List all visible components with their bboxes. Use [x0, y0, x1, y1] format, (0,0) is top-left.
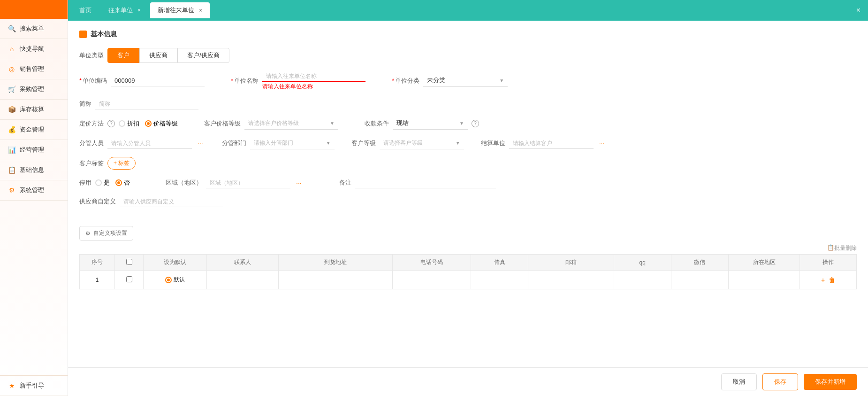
unit-category-field: *单位分类 未分类 ▼: [392, 74, 508, 87]
search-icon: 🔍: [8, 24, 16, 33]
customer-price-level-select[interactable]: 请选择客户价格等级 ▼: [244, 117, 338, 130]
window-close-button[interactable]: ×: [853, 6, 864, 15]
col-header-addr: 到货地址: [278, 255, 392, 271]
section-icon: [79, 31, 87, 38]
phone-input[interactable]: [411, 274, 453, 285]
sidebar-item-basicinfo[interactable]: 📋 基础信息: [0, 160, 68, 180]
customer-tags-label: 客户标签: [79, 159, 104, 168]
sidebar-item-label: 采购管理: [20, 85, 44, 93]
section-basic-info-header: 基本信息: [79, 30, 857, 39]
disabled-no-radio[interactable]: 否: [115, 179, 130, 187]
pricing-discount-radio[interactable]: 折扣: [119, 119, 139, 128]
batch-delete-label[interactable]: 批量删除: [834, 244, 857, 252]
payment-terms-select[interactable]: 现结 ▼: [393, 117, 468, 130]
fax-input[interactable]: [486, 274, 514, 285]
home-icon: ⌂: [8, 45, 16, 53]
code-name-category-row: *单位编码 *单位名称 请输入往来单位名称 *单位分类 未分类 ▼: [79, 70, 857, 91]
unit-type-row: 单位类型 客户 供应商 客户/供应商: [79, 48, 857, 63]
tab-home[interactable]: 首页: [72, 2, 99, 18]
col-header-fax: 传真: [471, 255, 528, 271]
manager-more-btn[interactable]: ···: [196, 140, 205, 147]
row-op: + 🗑: [800, 271, 857, 289]
tags-row: 客户标签 + 标签: [79, 157, 857, 170]
cancel-button[interactable]: 取消: [721, 373, 757, 390]
col-header-seq: 序号: [80, 255, 115, 271]
unit-type-both-btn[interactable]: 客户/供应商: [177, 48, 229, 63]
tab-partner[interactable]: 往来单位 ×: [101, 2, 148, 18]
region-input[interactable]: [206, 177, 290, 188]
sidebar-item-search[interactable]: 🔍 搜索菜单: [0, 19, 68, 39]
col-header-email: 邮箱: [528, 255, 614, 271]
remarks-input[interactable]: [355, 177, 496, 188]
row-checkbox[interactable]: [126, 276, 132, 282]
unit-name-error: 请输入往来单位名称: [262, 83, 365, 91]
payment-terms-help-icon[interactable]: ?: [472, 120, 479, 127]
save-button[interactable]: 保存: [762, 373, 798, 390]
col-header-check: [115, 255, 143, 271]
sidebar-item-operations[interactable]: 📊 经营管理: [0, 140, 68, 160]
tab-new-partner-close[interactable]: ×: [199, 7, 202, 14]
contact-input[interactable]: [224, 274, 261, 285]
sidebar-item-label: 库存核算: [20, 105, 44, 114]
discount-radio-circle: [119, 120, 125, 127]
select-all-checkbox[interactable]: [126, 259, 132, 265]
supplier-custom-input[interactable]: [120, 196, 223, 207]
pricing-level-radio[interactable]: 价格等级: [145, 119, 178, 128]
discount-radio-label: 折扣: [127, 119, 139, 128]
delete-row-button[interactable]: 🗑: [829, 276, 835, 284]
sidebar-item-system[interactable]: ⚙ 系统管理: [0, 180, 68, 201]
tab-new-partner[interactable]: 新增往来单位 ×: [150, 2, 210, 18]
sidebar-item-newguide[interactable]: ★ 新手引导: [0, 375, 68, 396]
content-area: 基本信息 单位类型 客户 供应商 客户/供应商 *单位编码: [68, 21, 868, 367]
pricing-radio-group: 折扣 价格等级: [119, 119, 178, 128]
email-input[interactable]: [548, 274, 594, 285]
operations-icon: 📊: [8, 146, 16, 154]
no-radio-label: 否: [124, 179, 130, 187]
save-new-button[interactable]: 保存并新增: [804, 374, 857, 390]
row-region-input[interactable]: [746, 274, 783, 285]
unit-code-label: *单位编码: [79, 77, 107, 85]
unit-category-value: 未分类: [427, 76, 445, 85]
unit-type-supplier-btn[interactable]: 供应商: [139, 48, 177, 63]
department-select[interactable]: 请输入分管部门 ▼: [250, 137, 335, 149]
sidebar-item-quicknav[interactable]: ⌂ 快捷导航: [0, 39, 68, 59]
unit-name-input[interactable]: [262, 70, 365, 82]
customer-tags-field: 客户标签 + 标签: [79, 157, 136, 170]
qq-input[interactable]: [628, 274, 656, 285]
unit-category-select[interactable]: 未分类 ▼: [423, 74, 508, 87]
customer-level-select[interactable]: 请选择客户等级 ▼: [380, 137, 464, 149]
add-tag-button[interactable]: + 标签: [107, 157, 136, 170]
disabled-yes-radio[interactable]: 是: [95, 179, 110, 187]
newguide-icon: ★: [8, 381, 16, 390]
basicinfo-icon: 📋: [8, 166, 16, 174]
row-region: [728, 271, 799, 289]
row-default-radio[interactable]: 默认: [148, 276, 202, 284]
custom-settings-button[interactable]: ⚙ 自定义项设置: [79, 226, 133, 241]
sidebar-item-finance[interactable]: 💰 资金管理: [0, 120, 68, 140]
addr-input[interactable]: [303, 274, 368, 285]
settlement-unit-input[interactable]: [509, 138, 594, 149]
chevron-down-icon2: ▼: [330, 121, 335, 126]
wx-input[interactable]: [685, 274, 714, 285]
tab-partner-close[interactable]: ×: [137, 7, 141, 14]
customer-price-level-label: 客户价格等级: [204, 119, 241, 128]
disabled-radio-group: 是 否: [95, 179, 130, 187]
table-header-row: 序号 设为默认 联系人 到货地址 电话号码 传真 邮箱 qq 微信 所在地区: [80, 255, 857, 271]
unit-type-customer-btn[interactable]: 客户: [107, 48, 139, 63]
manager-input[interactable]: [107, 138, 192, 149]
short-name-field: 简称: [79, 98, 198, 109]
sidebar-item-purchase[interactable]: 🛒 采购管理: [0, 79, 68, 100]
sidebar-item-sales[interactable]: ◎ 销售管理: [0, 59, 68, 79]
customer-level-label: 客户等级: [351, 139, 376, 148]
table-section: ⚙ 自定义项设置 📋 批量删除 序号 设为默认 联系人 到货地址: [79, 226, 857, 289]
settlement-more-btn[interactable]: ···: [597, 140, 607, 147]
customer-level-placeholder: 请选择客户等级: [383, 139, 423, 147]
row-fax: [471, 271, 528, 289]
sidebar-item-inventory[interactable]: 📦 库存核算: [0, 100, 68, 120]
pricing-help-icon[interactable]: ?: [107, 120, 115, 127]
short-name-input[interactable]: [95, 98, 198, 109]
region-more-btn[interactable]: ···: [294, 179, 304, 186]
row-op-btns: + 🗑: [805, 276, 852, 284]
unit-code-input[interactable]: [111, 75, 205, 86]
add-row-button[interactable]: +: [821, 276, 825, 284]
